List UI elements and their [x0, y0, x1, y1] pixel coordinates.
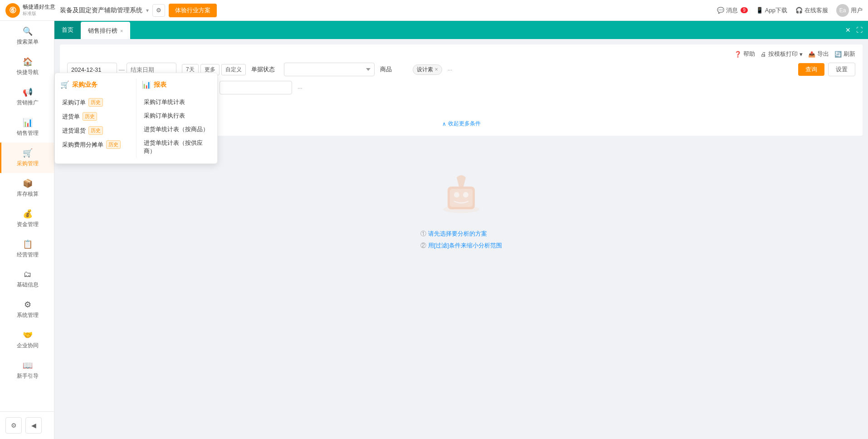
sidebar-item-quick-nav[interactable]: 🏠 快捷导航: [0, 51, 54, 82]
goods-tag-remove[interactable]: ×: [435, 66, 438, 73]
set-button[interactable]: 设置: [828, 63, 855, 76]
report-col: 📊 报表 采购订单统计表 采购订单执行表 进货单统计表（按商品） 进货单统计表（…: [137, 79, 218, 158]
salesperson-more[interactable]: ···: [297, 84, 302, 91]
sidebar-item-sales[interactable]: 📊 销售管理: [0, 112, 54, 143]
export-button[interactable]: 📤 导出: [808, 50, 829, 58]
sidebar-item-finance[interactable]: 💰 资金管理: [0, 203, 54, 234]
headset-icon: 🎧: [795, 7, 803, 14]
purchase-return-item[interactable]: 进货退货 历史: [60, 123, 131, 138]
svg-point-3: [454, 192, 459, 197]
sidebar-item-enterprise[interactable]: 🤝 企业协同: [0, 325, 54, 355]
report-receipt-supplier-item[interactable]: 进货单统计表（按供应商）: [142, 136, 212, 158]
document-status-label: 单据状态: [251, 65, 278, 74]
system-title: 装备及固定资产辅助管理系统: [60, 6, 142, 15]
system-icon: ⚙: [24, 300, 31, 310]
top-right-area: 💬 消息 9 📱 App下载 🎧 在线客服 Ea 用户: [717, 4, 863, 17]
logo-icon: ⑥: [5, 3, 20, 18]
tab-controls: ✕ ⛶: [844, 25, 868, 35]
sidebar-bottom: ⚙ ◀: [0, 411, 54, 439]
industry-plan-button[interactable]: 体验行业方案: [169, 4, 217, 17]
toolbar-row: ❓ 帮助 🖨 按模板打印 ▾ 📤 导出 🔄 刷新: [67, 50, 855, 58]
operations-icon: 📋: [23, 239, 33, 249]
online-service-button[interactable]: 🎧 在线客服: [795, 6, 828, 15]
print-button[interactable]: 🖨 按模板打印 ▾: [761, 50, 803, 58]
phone-icon: 📱: [756, 7, 763, 14]
tab-close-button[interactable]: ×: [120, 28, 123, 34]
purchase-menu-icon: 🛒: [60, 80, 69, 89]
logo-area: ⑥ 畅捷通好生意 标准版: [5, 3, 60, 18]
goods-tag: 设计素 ×: [413, 64, 442, 75]
refresh-button[interactable]: 🔄 刷新: [834, 50, 855, 58]
help-icon: ❓: [734, 51, 741, 58]
report-receipt-goods-item[interactable]: 进货单统计表（按商品）: [142, 123, 212, 136]
top-bar: ⑥ 畅捷通好生意 标准版 装备及固定资产辅助管理系统 ▾ ⚙ 体验行业方案 💬 …: [0, 0, 868, 21]
export-icon: 📤: [808, 51, 815, 58]
goods-label: 商品: [380, 65, 407, 74]
report-order-stat-item[interactable]: 采购订单统计表: [142, 95, 212, 109]
history-tag-0: 历史: [88, 98, 103, 107]
sidebar-settings-button[interactable]: ⚙: [5, 417, 22, 434]
marketing-icon: 📢: [23, 87, 33, 97]
shortcut-custom[interactable]: 自定义: [221, 64, 246, 75]
sidebar-item-marketing[interactable]: 📢 营销推广: [0, 82, 54, 112]
avatar: Ea: [836, 4, 849, 17]
tab-close-all-button[interactable]: ✕: [844, 25, 853, 35]
sidebar-item-search[interactable]: 🔍 搜索菜单: [0, 21, 54, 51]
sidebar-collapse-button[interactable]: ◀: [25, 417, 42, 434]
logo-sub: 标准版: [23, 10, 55, 17]
message-icon: 💬: [717, 7, 724, 14]
user-area[interactable]: Ea 用户: [836, 4, 863, 17]
finance-icon: 💰: [23, 209, 33, 219]
dropdown-arrow-icon[interactable]: ▾: [146, 7, 149, 14]
purchase-expense-item[interactable]: 采购费用分摊单 历史: [60, 138, 131, 152]
print-dropdown-icon[interactable]: ▾: [800, 51, 803, 58]
tab-bar: 首页 销售排行榜 × ✕ ⛶: [54, 21, 868, 39]
sidebar-item-newbie[interactable]: 📖 新手引导: [0, 355, 54, 385]
newbie-icon: 📖: [23, 360, 33, 370]
tab-sales-ranking[interactable]: 销售排行榜 ×: [81, 22, 130, 40]
message-badge: 9: [741, 7, 748, 13]
message-button[interactable]: 💬 消息 9: [717, 6, 748, 15]
document-status-select[interactable]: [284, 63, 375, 76]
sales-icon: 📊: [23, 118, 33, 128]
purchase-receipt-item[interactable]: 进货单 历史: [60, 109, 131, 123]
system-title-area: 装备及固定资产辅助管理系统 ▾ ⚙ 体验行业方案: [60, 4, 717, 17]
history-tag-3: 历史: [106, 140, 121, 149]
basic-info-icon: 🗂: [24, 270, 32, 279]
collapse-icon: ∧: [442, 121, 446, 127]
sidebar-item-operations[interactable]: 📋 经营管理: [0, 234, 54, 264]
help-button[interactable]: ❓ 帮助: [734, 50, 755, 58]
report-menu-icon: 📊: [142, 80, 151, 89]
gear-settings-button[interactable]: ⚙: [152, 4, 165, 17]
app-download-button[interactable]: 📱 App下载: [756, 6, 787, 15]
sidebar-item-purchase[interactable]: 🛒 采购管理: [0, 143, 54, 173]
goods-more-button[interactable]: ···: [448, 66, 453, 73]
sidebar-item-system[interactable]: ⚙ 系统管理: [0, 294, 54, 325]
sidebar-item-inventory[interactable]: 📦 库存核算: [0, 173, 54, 203]
purchase-col: 🛒 采购业务 采购订单 历史 进货单 历史 进货退货 历史 采购费用分摊单 历史: [55, 79, 137, 158]
svg-rect-2: [450, 189, 473, 207]
svg-point-4: [463, 192, 468, 197]
empty-tips: ① 请先选择要分析的方案 ② 用[过滤]条件来缩小分析范围: [420, 228, 502, 252]
purchase-dropdown-menu: 🛒 采购业务 采购订单 历史 进货单 历史 进货退货 历史 采购费用分摊单 历史: [54, 73, 218, 164]
search-icon: 🔍: [23, 26, 33, 36]
history-tag-1: 历史: [83, 112, 97, 121]
inventory-icon: 📦: [23, 178, 33, 188]
logo-text: 畅捷通好生意: [23, 4, 55, 11]
tab-maximize-button[interactable]: ⛶: [854, 25, 864, 35]
purchase-order-item[interactable]: 采购订单 历史: [60, 95, 131, 109]
salesperson-input[interactable]: [219, 81, 292, 94]
report-order-exec-item[interactable]: 采购订单执行表: [142, 109, 212, 123]
tab-home[interactable]: 首页: [54, 21, 81, 39]
sidebar-item-basic-info[interactable]: 🗂 基础信息: [0, 264, 54, 294]
sidebar: 🔍 搜索菜单 🏠 快捷导航 📢 营销推广 📊 销售管理 🛒 采购管理 📦 库存核…: [0, 21, 54, 439]
main-layout: 🔍 搜索菜单 🏠 快捷导航 📢 营销推广 📊 销售管理 🛒 采购管理 📦 库存核…: [0, 21, 868, 439]
refresh-icon: 🔄: [834, 51, 842, 58]
history-tag-2: 历史: [88, 126, 103, 135]
enterprise-icon: 🤝: [23, 330, 33, 340]
report-col-title: 📊 报表: [142, 79, 212, 91]
home-icon: 🏠: [23, 57, 33, 67]
purchase-col-title: 🛒 采购业务: [60, 79, 131, 91]
query-button[interactable]: 查询: [798, 63, 824, 76]
print-icon: 🖨: [761, 51, 766, 58]
